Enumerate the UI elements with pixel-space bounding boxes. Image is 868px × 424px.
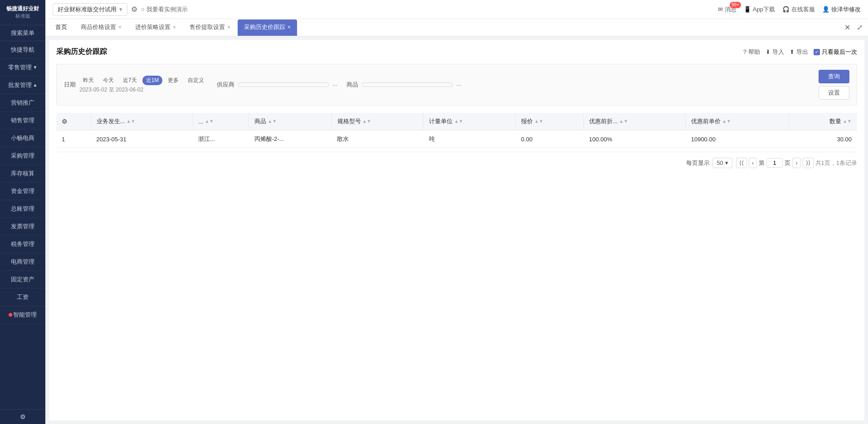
close-tab-button[interactable]: ✕ <box>843 22 852 33</box>
cell-biz-date: 2023-05-31 <box>91 130 193 148</box>
next-page-button[interactable]: › <box>792 158 800 168</box>
only-last-checkbox[interactable]: ✓ 只看最后一次 <box>814 48 857 56</box>
table-row: 1 2023-05-31 浙江... 丙烯酸-2-... 散水 吨 0.00 1… <box>56 130 857 148</box>
date-option-last7[interactable]: 近7天 <box>119 76 141 85</box>
sidebar-item-salary[interactable]: 工资 <box>0 289 45 306</box>
supplier-filter-group: 供应商 ··· <box>217 81 337 89</box>
sidebar-item-ledger[interactable]: 总账管理 <box>0 200 45 218</box>
chevron-down-icon: ▼ <box>33 65 38 70</box>
goods-filter-group: 商品 ··· <box>346 81 461 89</box>
th-pre-discount-price[interactable]: 优惠前单价 ▲▼ <box>686 113 790 130</box>
tab-price[interactable]: 商品价格设置 × <box>74 19 128 36</box>
sort-icon: ▲▼ <box>534 119 543 124</box>
sidebar-search[interactable]: 搜索菜单 <box>0 25 45 41</box>
th-goods[interactable]: 商品 ▲▼ <box>249 113 332 130</box>
message-icon: ✉ <box>718 6 723 13</box>
supplier-input[interactable] <box>238 82 329 87</box>
sidebar-item-capital[interactable]: 资金管理 <box>0 183 45 200</box>
sidebar-item-marketing[interactable]: 营销推广 <box>0 94 45 112</box>
prev-page-button[interactable]: ‹ <box>749 158 757 168</box>
page-number-input[interactable] <box>766 158 783 168</box>
version-selector[interactable]: 好业财标准版交付试用 ▾ <box>53 3 127 16</box>
date-option-more[interactable]: 更多 <box>164 76 182 85</box>
last-page-button[interactable]: ⟩⟩ <box>803 158 814 168</box>
sidebar-item-retail[interactable]: 零售管理 ▼ <box>0 59 45 77</box>
date-option-today[interactable]: 今天 <box>99 76 117 85</box>
per-page-selector: 每页显示 50 ▾ <box>686 158 732 168</box>
tab-home[interactable]: 首页 <box>49 19 73 36</box>
supplier-label: 供应商 <box>217 81 234 89</box>
close-tab-sale-price[interactable]: × <box>227 24 230 30</box>
page-title: 采购历史价跟踪 <box>56 47 107 57</box>
close-tab-price[interactable]: × <box>118 24 122 30</box>
sidebar-item-sales[interactable]: 销售管理 <box>0 112 45 130</box>
cell-qty: 30.00 <box>790 130 857 148</box>
export-icon: ⬆ <box>790 48 795 55</box>
online-service-button[interactable]: 🎧 在线客服 <box>782 5 815 14</box>
th-discount[interactable]: 优惠前折... ▲▼ <box>584 113 686 130</box>
user-name: 徐泽华修改 <box>831 5 861 14</box>
top-bar-left: 好业财标准版交付试用 ▾ ⚙ ○ 我要看实例演示 <box>53 3 188 16</box>
pagination: 每页显示 50 ▾ ⟨⟨ ‹ 第 页 › ⟩⟩ 共1页，1条记录 <box>56 152 857 168</box>
demo-button[interactable]: ○ 我要看实例演示 <box>141 5 188 14</box>
sidebar-quick-nav[interactable]: 快捷导航 <box>0 41 45 59</box>
app-download-button[interactable]: 📱 App下载 <box>744 5 775 14</box>
query-button[interactable]: 查询 <box>819 70 849 83</box>
sidebar-item-wholesale[interactable]: 批发管理 ▲ <box>0 77 45 94</box>
sidebar-item-smart[interactable]: 智能管理 <box>0 306 45 324</box>
close-tab-strategy[interactable]: × <box>173 24 176 30</box>
gear-icon: ⚙ <box>62 118 68 125</box>
goods-input[interactable] <box>362 82 453 87</box>
th-gear[interactable]: ⚙ <box>56 113 91 130</box>
tab-sale-price[interactable]: 售价提取设置 × <box>183 19 237 36</box>
th-more[interactable]: ... ▲▼ <box>193 113 249 130</box>
th-biz-date[interactable]: 业务发生... ▲▼ <box>91 113 193 130</box>
dot-icon <box>9 313 12 317</box>
supplier-more[interactable]: ··· <box>332 82 337 88</box>
date-filter-group: 日期 昨天 今天 近7天 近1M 更多 自定义 2023-05-02 至 202… <box>64 76 208 94</box>
th-qty[interactable]: 数量 ▲▼ <box>790 113 857 130</box>
import-icon: ⬇ <box>766 48 770 55</box>
per-page-select[interactable]: 50 ▾ <box>712 158 732 168</box>
sidebar-logo: 畅捷通好业财 标准版 <box>0 0 45 25</box>
th-quote[interactable]: 报价 ▲▼ <box>516 113 584 130</box>
goods-more[interactable]: ··· <box>456 82 461 88</box>
phone-icon: 📱 <box>744 6 751 13</box>
sidebar-item-ecom-small[interactable]: 小畅电商 <box>0 130 45 147</box>
data-table: ⚙ 业务发生... ▲▼ ... ▲▼ <box>56 113 857 148</box>
date-option-yesterday[interactable]: 昨天 <box>79 76 98 85</box>
cell-goods: 丙烯酸-2-... <box>249 130 332 148</box>
first-page-button[interactable]: ⟨⟨ <box>736 158 747 168</box>
sidebar-item-ecom[interactable]: 电商管理 <box>0 253 45 271</box>
date-option-last1m[interactable]: 近1M <box>142 76 163 85</box>
settings-icon[interactable]: ⚙ <box>131 5 137 14</box>
sidebar-item-tax[interactable]: 税务管理 <box>0 236 45 253</box>
sidebar-item-fixed[interactable]: 固定资产 <box>0 271 45 289</box>
content-area: 采购历史价跟踪 ? 帮助 ⬇ 导入 ⬆ 导出 ✓ <box>45 36 868 424</box>
export-button[interactable]: ⬆ 导出 <box>790 48 808 56</box>
help-button[interactable]: ? 帮助 <box>743 48 760 56</box>
sidebar-item-invoice[interactable]: 发票管理 <box>0 218 45 236</box>
sort-icon: ▲▼ <box>362 119 371 124</box>
message-badge: 99+ <box>730 2 741 8</box>
date-option-custom[interactable]: 自定义 <box>184 76 208 85</box>
expand-tab-button[interactable]: ⤢ <box>855 22 864 33</box>
user-profile-button[interactable]: 👤 徐泽华修改 <box>822 5 861 14</box>
close-tab-history[interactable]: × <box>288 24 291 30</box>
tab-history-price[interactable]: 采购历史价跟踪 × <box>238 19 297 36</box>
sidebar-settings-button[interactable]: ⚙ <box>0 409 45 424</box>
tab-purchase-strategy[interactable]: 进价策略设置 × <box>129 19 182 36</box>
sidebar-item-inventory[interactable]: 库存核算 <box>0 165 45 183</box>
filter-settings-button[interactable]: 设置 <box>819 86 849 100</box>
message-button[interactable]: ✉ 消息 99+ <box>718 5 736 14</box>
sidebar-item-purchase[interactable]: 采购管理 <box>0 147 45 165</box>
th-spec[interactable]: 规格型号 ▲▼ <box>332 113 424 130</box>
help-icon: ? <box>743 48 746 55</box>
gear-icon: ⚙ <box>20 413 26 420</box>
sort-icon: ▲▼ <box>722 119 731 124</box>
date-label: 日期 <box>64 81 76 89</box>
cell-more: 浙江... <box>193 130 249 148</box>
page-content: 采购历史价跟踪 ? 帮助 ⬇ 导入 ⬆ 导出 ✓ <box>49 40 864 420</box>
import-button[interactable]: ⬇ 导入 <box>766 48 784 56</box>
th-unit[interactable]: 计量单位 ▲▼ <box>424 113 516 130</box>
